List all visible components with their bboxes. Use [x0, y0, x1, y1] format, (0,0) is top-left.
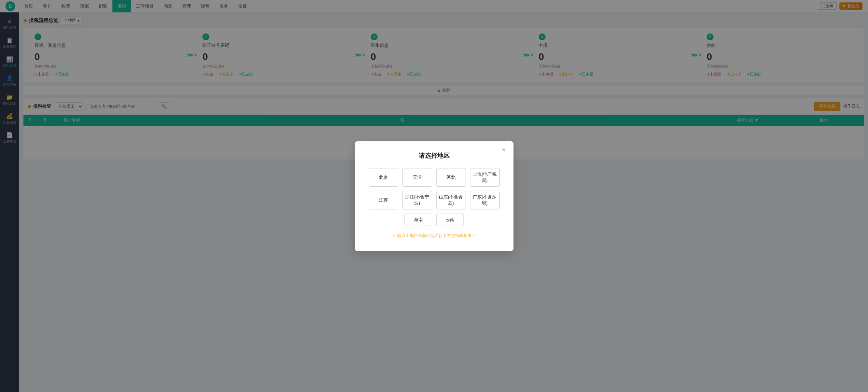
region-hebei[interactable]: 河北 [436, 168, 466, 187]
region-grid-row2: 江苏 浙江(不含宁波) 山东(不含青岛) 广东(不含深圳) [369, 191, 500, 209]
modal-close-button[interactable]: × [500, 146, 508, 154]
region-tianjin[interactable]: 天津 [402, 168, 432, 187]
region-jiangsu[interactable]: 江苏 [369, 191, 398, 209]
modal-warning: ⚠ 除以上地区外其他地区暂不支持报税检查！ [369, 233, 500, 239]
region-grid-row1: 北京 天津 河北 上海(电子税局) [369, 168, 500, 187]
region-shanghai[interactable]: 上海(电子税局) [470, 168, 500, 187]
region-yunnan[interactable]: 云南 [436, 214, 464, 226]
region-select-modal: × 请选择地区 北京 天津 河北 上海(电子税局) 江苏 浙江(不含宁波) 山东… [355, 141, 513, 251]
region-shandong[interactable]: 山东(不含青岛) [436, 191, 466, 209]
modal-overlay[interactable]: × 请选择地区 北京 天津 河北 上海(电子税局) 江苏 浙江(不含宁波) 山东… [0, 0, 868, 392]
region-beijing[interactable]: 北京 [369, 168, 398, 187]
region-hainan[interactable]: 海南 [405, 214, 432, 226]
warning-icon: ⚠ [392, 233, 396, 238]
region-grid-row3: 海南 云南 [369, 214, 500, 226]
region-guangdong[interactable]: 广东(不含深圳) [470, 191, 500, 209]
modal-title: 请选择地区 [369, 152, 500, 160]
region-zhejiang[interactable]: 浙江(不含宁波) [402, 191, 432, 209]
